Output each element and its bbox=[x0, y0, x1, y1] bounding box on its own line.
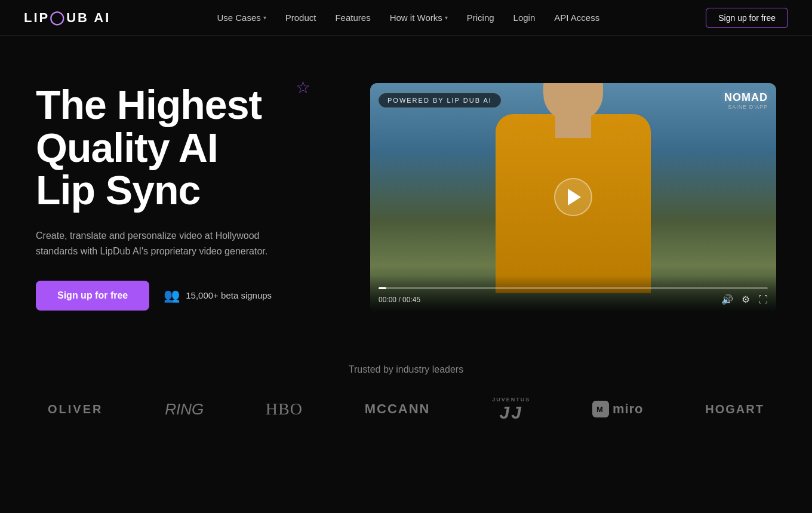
hero-description: Create, translate and personalize video … bbox=[36, 228, 299, 259]
hero-actions: Sign up for free 👥 15,000+ beta signups bbox=[36, 281, 346, 311]
nav-product[interactable]: Product bbox=[285, 13, 316, 23]
nav-features[interactable]: Features bbox=[335, 13, 370, 23]
nav-links: Use Cases ▾ Product Features How it Work… bbox=[217, 13, 599, 23]
progress-fill bbox=[379, 287, 386, 289]
brand-mccann: McCANN bbox=[365, 401, 430, 417]
logos-row: OLIVER ring HBO McCANN JUVENTUS JJ M mir… bbox=[24, 397, 788, 422]
miro-icon: M bbox=[592, 401, 609, 417]
nomad-sub: SAINE D'APP bbox=[724, 104, 768, 110]
settings-icon[interactable]: ⚙ bbox=[742, 294, 750, 305]
nav-use-cases[interactable]: Use Cases ▾ bbox=[217, 13, 266, 23]
hero-video: POWERED BY LIP DUB AI NOMAD SAINE D'APP … bbox=[370, 83, 776, 312]
volume-icon[interactable]: 🔊 bbox=[721, 294, 733, 305]
video-controls: 00:00 / 00:45 🔊 ⚙ ⛶ bbox=[370, 275, 776, 311]
video-container: POWERED BY LIP DUB AI NOMAD SAINE D'APP … bbox=[370, 83, 776, 312]
video-overlay-top: POWERED BY LIP DUB AI NOMAD SAINE D'APP bbox=[379, 91, 768, 110]
hero-signup-button[interactable]: Sign up for free bbox=[36, 281, 149, 311]
progress-bar[interactable] bbox=[379, 287, 768, 289]
star-icon: ☆ bbox=[296, 78, 310, 97]
trusted-title: Trusted by industry leaders bbox=[24, 364, 788, 375]
play-button[interactable] bbox=[554, 178, 592, 216]
nav-how-it-works[interactable]: How it Works ▾ bbox=[390, 13, 448, 23]
logo: LIP◯UB AI bbox=[24, 10, 110, 26]
nav-pricing[interactable]: Pricing bbox=[467, 13, 494, 23]
hero-section: ☆ The Highest Quality AI Lip Sync Create… bbox=[0, 36, 812, 346]
brand-oliver: OLIVER bbox=[48, 403, 103, 416]
juventus-jj: JJ bbox=[499, 404, 522, 422]
hero-content: ☆ The Highest Quality AI Lip Sync Create… bbox=[36, 84, 346, 310]
nav-login[interactable]: Login bbox=[513, 13, 536, 23]
brand-hbo: HBO bbox=[266, 400, 303, 419]
miro-logo-svg: M bbox=[595, 403, 607, 415]
time-display: 00:00 / 00:45 bbox=[379, 296, 420, 304]
ctrl-icons: 🔊 ⚙ ⛶ bbox=[721, 294, 768, 305]
brand-ring: ring bbox=[165, 400, 204, 419]
brand-hogart: HOGART bbox=[705, 403, 764, 416]
brand-miro: M miro bbox=[592, 401, 644, 417]
nav-signup-button[interactable]: Sign up for free bbox=[706, 8, 788, 28]
hero-title: The Highest Quality AI Lip Sync bbox=[36, 84, 346, 211]
powered-by-badge: POWERED BY LIP DUB AI bbox=[379, 93, 501, 107]
people-icon: 👥 bbox=[164, 288, 180, 303]
chevron-down-icon: ▾ bbox=[263, 14, 266, 21]
nav-api-access[interactable]: API Access bbox=[554, 13, 599, 23]
miro-text: miro bbox=[613, 401, 644, 417]
controls-row: 00:00 / 00:45 🔊 ⚙ ⛶ bbox=[379, 294, 768, 305]
trusted-section: Trusted by industry leaders OLIVER ring … bbox=[0, 346, 812, 446]
svg-text:M: M bbox=[596, 405, 603, 414]
fullscreen-icon[interactable]: ⛶ bbox=[758, 294, 768, 305]
nomad-badge: NOMAD SAINE D'APP bbox=[724, 91, 768, 110]
navbar: LIP◯UB AI Use Cases ▾ Product Features H… bbox=[0, 0, 812, 36]
chevron-down-icon: ▾ bbox=[445, 14, 448, 21]
play-icon bbox=[568, 189, 581, 205]
beta-signups: 👥 15,000+ beta signups bbox=[164, 288, 272, 303]
juventus-label: JUVENTUS bbox=[492, 397, 530, 403]
brand-juventus: JUVENTUS JJ bbox=[492, 397, 530, 422]
